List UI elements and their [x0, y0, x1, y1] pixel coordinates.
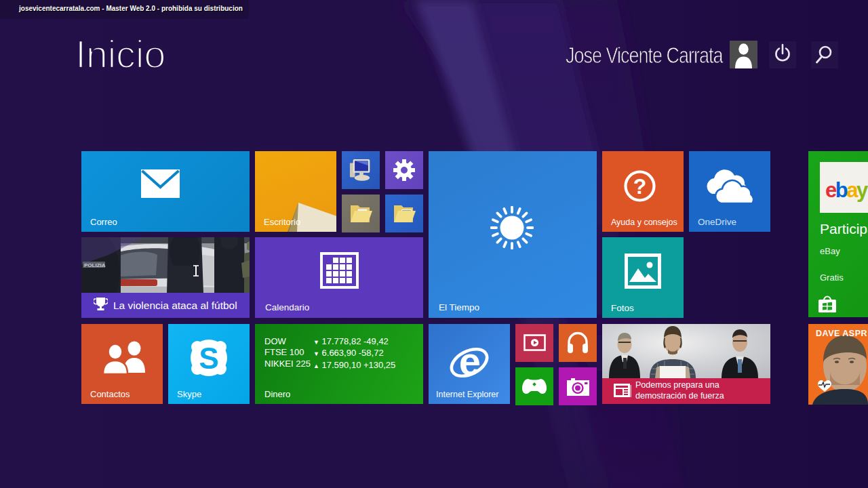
- svg-text:S: S: [199, 342, 218, 375]
- svg-text:?: ?: [633, 174, 647, 199]
- svg-text:POLIZIA: POLIZIA: [84, 262, 106, 268]
- svg-text:DAVE ASPR: DAVE ASPR: [816, 329, 867, 338]
